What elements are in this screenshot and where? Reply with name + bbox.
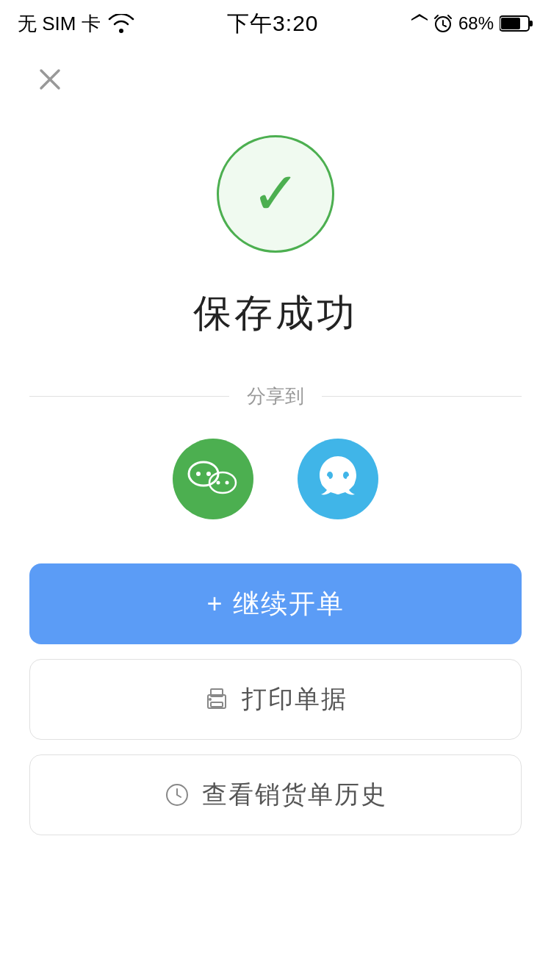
share-label: 分享到 <box>229 383 322 409</box>
status-time: 下午3:20 <box>227 9 318 39</box>
share-divider: 分享到 <box>0 383 551 409</box>
wifi-icon <box>108 14 134 33</box>
success-title: 保存成功 <box>193 288 358 339</box>
history-label: 查看销货单历史 <box>202 778 387 812</box>
print-button[interactable]: 打印单据 <box>29 659 522 740</box>
print-icon <box>204 686 230 713</box>
svg-point-7 <box>196 472 201 476</box>
location-icon <box>411 14 428 33</box>
svg-point-11 <box>226 481 229 485</box>
battery-label: 68% <box>458 13 494 34</box>
svg-point-15 <box>346 475 355 487</box>
svg-point-14 <box>321 475 330 487</box>
status-right: 68% <box>411 13 533 34</box>
share-icons <box>173 439 378 519</box>
wechat-share-button[interactable] <box>173 439 253 519</box>
svg-point-19 <box>209 698 212 701</box>
history-icon <box>164 782 190 808</box>
action-buttons: + 继续开单 打印单据 查看销货单历史 <box>0 563 551 835</box>
svg-rect-2 <box>529 21 533 26</box>
qq-share-button[interactable] <box>298 439 378 519</box>
svg-point-8 <box>206 472 211 476</box>
divider-left <box>29 396 229 397</box>
status-left: 无 SIM 卡 <box>18 11 134 37</box>
alarm-icon <box>433 14 453 33</box>
no-sim-label: 无 SIM 卡 <box>18 11 101 37</box>
checkmark-icon: ✓ <box>251 165 300 223</box>
svg-point-6 <box>189 462 218 486</box>
status-bar: 无 SIM 卡 下午3:20 68% <box>0 0 551 47</box>
battery-icon <box>500 15 533 32</box>
print-label: 打印单据 <box>242 682 347 716</box>
share-section: 分享到 <box>0 383 551 519</box>
success-circle: ✓ <box>217 135 334 253</box>
history-button[interactable]: 查看销货单历史 <box>29 754 522 835</box>
svg-rect-18 <box>211 702 223 707</box>
divider-right <box>322 396 522 397</box>
continue-order-button[interactable]: + 继续开单 <box>29 563 522 644</box>
close-button[interactable] <box>29 59 71 100</box>
svg-rect-3 <box>501 18 520 29</box>
main-content: ✓ 保存成功 分享到 <box>0 47 551 835</box>
svg-point-10 <box>217 481 220 485</box>
